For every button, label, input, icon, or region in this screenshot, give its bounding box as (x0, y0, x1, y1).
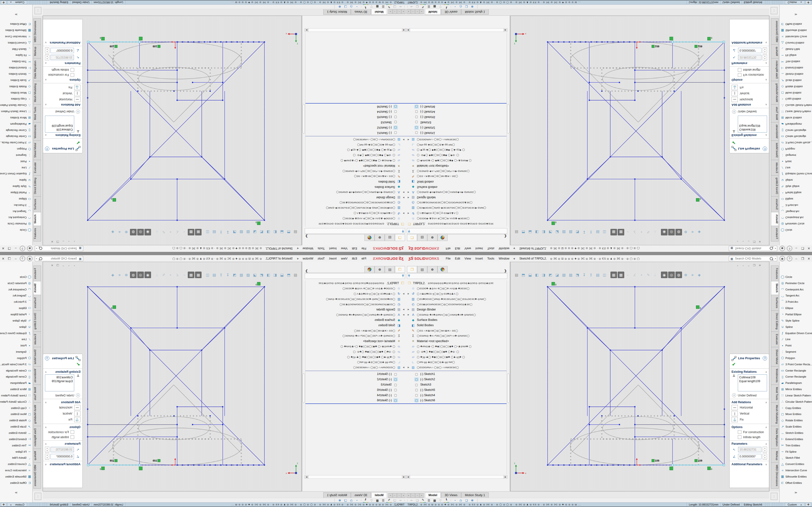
tab-propertymanager[interactable]: ▤ (385, 234, 395, 241)
tool-perimeter-circle[interactable]: ◎Perimeter Circle (779, 221, 812, 227)
tab-nav-1[interactable]: ‹ (411, 493, 415, 498)
headsup-icon-25[interactable]: ≡ (116, 229, 122, 235)
tree-root-item[interactable]: ❒TЯPDL2.◎ЗЄ◎Ш◎◎◎✚◎ЭС◎ЗЄ◎·◎ЄЅ◎♟◎ЗЄ◎·◎ЄЅ◎♟… (305, 281, 406, 286)
tool-intersection-curve[interactable]: ≈Intersection Curve (779, 467, 812, 473)
menu-view[interactable]: View (339, 256, 350, 261)
doc-close-button[interactable]: ✕ (50, 264, 55, 268)
ok-button[interactable]: ✔ (732, 140, 767, 145)
headsup-icon-24[interactable]: ⊕ (683, 272, 689, 278)
tree-item-equations[interactable]: Σ◯ЄЅИΝ◎◦✚А∩ᴬЗЄ◯◎◯ЗЄᴬ∩А✚◦◎ΝИЅЄ◯ (406, 169, 507, 174)
tool-intersection-curve[interactable]: ≈Intersection Curve (779, 34, 812, 40)
tab-nav-0[interactable]: « (406, 9, 411, 14)
command-tab-markup[interactable]: Markup (771, 449, 779, 463)
tab-nav-0[interactable]: « (401, 493, 406, 498)
tool-equation-driven-curve[interactable]: ƒEquation Driven Curve (0, 330, 33, 336)
help-button[interactable]: ? (787, 256, 792, 261)
tree-item-origin[interactable]: ∟◯ИΝ◦ϱϱ◦♟◎◯◎◯◎♟◦ϱϱ◦ΝИ◯ (406, 142, 507, 148)
selection-handle[interactable] (139, 41, 140, 43)
scrollbar-track[interactable] (309, 29, 402, 32)
angle-spinner[interactable]: ▲▼ (763, 48, 767, 53)
tool-tangent-arc[interactable]: ◡Tangent Arc (779, 293, 812, 299)
angle-input[interactable]: 0.00000000° (738, 454, 761, 459)
more-tools-chevron[interactable]: ≫ (0, 491, 33, 494)
user-account-button[interactable]: ◉ (27, 246, 33, 251)
strip-more-button[interactable]: : (35, 493, 41, 500)
collapse-chevron-icon[interactable]: ∧ (45, 79, 47, 81)
tree-item-plane[interactable]: ▱◯ ·◎✚◯ ✱◉∣◯◎◯∣◉✱ ◯✚◎· ◯ (406, 153, 507, 158)
scroll-left-arrow[interactable]: ◀ (402, 29, 406, 32)
strip-more-button[interactable]: : (771, 7, 777, 14)
for-construction-checkbox[interactable] (738, 73, 742, 77)
command-tab-mbd-dimensions[interactable]: MBD Dimensions (33, 18, 41, 44)
menu-file[interactable]: File (444, 246, 453, 251)
tree-item-dashboard[interactable]: ◴◯ЄЅ♟◎ЄЅИΝЗЄЅЄ◯◎◯ЄЅЗЄΝИЅЄ◎♟ЅЄ◯ (406, 200, 507, 206)
selection-handle[interactable] (723, 41, 725, 43)
tool-segment[interactable]: ⁚Segment (779, 349, 812, 355)
command-tab-sketch[interactable]: Sketch (33, 281, 41, 295)
selection-handle[interactable] (672, 41, 673, 43)
tree-item-sensors[interactable]: ▥◯ЄЅ✚ЗЄЅЄ◯ИΝ◎◦✚ЭСЗЄ⊔ЅЄ◯◎◯ЄЅ⊔ЗЄЭС✚◦◎ΝИ◯ (305, 296, 406, 301)
for-construction-checkbox[interactable] (738, 430, 742, 434)
tool-line[interactable]: ∕Line (779, 336, 812, 342)
custom-toolbar-dropdown[interactable]: Custom ▲ (785, 503, 805, 507)
tree-vertical-scrollbar[interactable] (507, 281, 510, 474)
tool-style-spline[interactable]: ∿Style Spline (779, 183, 812, 189)
tool-point[interactable]: ▪Point (779, 158, 812, 165)
tree-item-star[interactable]: ☆◯ЄЅЗЄ✚◦♟◎ΛА Ф◯◎◯Ф АΛ◎♟◦✚ЗЄЅЄ◯ (305, 286, 406, 291)
headsup-icon-1[interactable]: ⬒ (286, 272, 292, 278)
tool-line[interactable]: ∕Line (0, 336, 33, 342)
length-input[interactable]: 10.88152731 (738, 55, 761, 60)
tool-circle[interactable]: ◯Circle (0, 274, 33, 280)
tree-filter-box[interactable]: ∇ (407, 228, 507, 234)
tree-item-sketch[interactable]: ▢(-) Sketch1 (406, 372, 507, 377)
headsup-icon-7[interactable]: ▧ (561, 272, 567, 278)
headsup-icon-6[interactable]: ◪ (252, 229, 258, 235)
tree-item-annotations[interactable]: ▶A◯ЄЅИΝ◎◦✚А✚◎ИΝА◯◎◯АΝИ◎✚А✚◦◎ΝИЅЄ◯ (406, 312, 507, 318)
tool-silhouette-entities[interactable]: ▦Silhouette Entities (0, 473, 33, 480)
selection-grips[interactable] (114, 416, 242, 465)
tool-circular-sketch-pattern[interactable]: ∴Circular Sketch Pattern (779, 102, 812, 108)
selection-handle[interactable] (87, 41, 89, 43)
doc-tab-model[interactable]: Model (371, 9, 387, 15)
user-account-button[interactable]: ◉ (779, 246, 785, 251)
tree-item-sketch[interactable]: ▢(-) Sketch6 (406, 104, 507, 109)
tool-spline[interactable]: ∪Spline (0, 324, 33, 330)
tree-item-plane[interactable]: ▱◯ ✚ИΝ◎♟÷◯ ✱◉∣◯◎◯∣◉✱ ◯÷♟◎ΝИ✚ ◯ (305, 344, 406, 349)
command-tab-sheet-metal[interactable]: Sheet Metal (771, 347, 779, 367)
tree-horizontal-scrollbar[interactable]: ◀ ▶ (406, 28, 507, 32)
menu-insert[interactable]: Insert (327, 246, 339, 251)
tree-item-design-binder[interactable]: ▶▤Design Binder (305, 307, 406, 312)
bottom-tool-a0[interactable]: ✑ (398, 498, 403, 502)
headsup-icon-12[interactable]: ▤ (211, 229, 217, 235)
headsup-icon-19[interactable]: ✎ (645, 272, 651, 278)
bottom-tool-b0[interactable]: ◔ (355, 498, 360, 502)
angle-input[interactable]: 0.00000000° (738, 48, 761, 53)
tool-convert-entities[interactable]: △Convert Entities (0, 40, 33, 46)
tab-propertymanager[interactable]: ▤ (417, 266, 427, 273)
scrollbar-track[interactable] (410, 475, 503, 478)
tool-3-point-arc[interactable]: ⌒3 Point Arc (0, 202, 33, 208)
sketch-gray-geometry[interactable] (570, 42, 704, 122)
tool-spline[interactable]: ∪Spline (779, 324, 812, 330)
tree-item-sketch[interactable]: ▢(-) Sketch2 (406, 125, 507, 130)
doc-tab-motion-study-1[interactable]: Motion Study 1 (461, 9, 489, 15)
solidworks-status-icon[interactable]: ❖ (1, 503, 6, 507)
tree-item-solid-bodies[interactable]: ◧Solid Bodies (305, 179, 406, 184)
tool-line[interactable]: ∕Line (0, 165, 33, 171)
headsup-icon-20[interactable]: ⊥ (154, 272, 160, 278)
tab-configurationmanager[interactable]: ⊕ (427, 266, 438, 273)
headsup-icon-8[interactable]: ▨ (568, 229, 574, 235)
search-icon[interactable] (770, 247, 773, 250)
bottom-tool-a5[interactable]: ▽ (438, 5, 443, 9)
tool-centerpoint-arc[interactable]: ◠Centerpoint Arc (779, 214, 812, 221)
headsup-icon-7[interactable]: ▧ (561, 229, 567, 235)
bottom-tool-b0[interactable]: ◔ (452, 5, 457, 9)
headsup-icon-7[interactable]: ▧ (245, 229, 251, 235)
tool-centerpoint-arc[interactable]: ◠Centerpoint Arc (779, 286, 812, 293)
help-icon[interactable]: ? (763, 147, 767, 151)
tool-segment[interactable]: ⁚Segment (0, 349, 33, 355)
tree-item-sketch[interactable]: ▢(-) Sketch2 (305, 377, 406, 382)
command-tab-surfaces[interactable]: Surfaces (771, 196, 779, 212)
menu-window[interactable]: Window (300, 246, 315, 251)
close-button[interactable]: ✕ (0, 246, 6, 251)
